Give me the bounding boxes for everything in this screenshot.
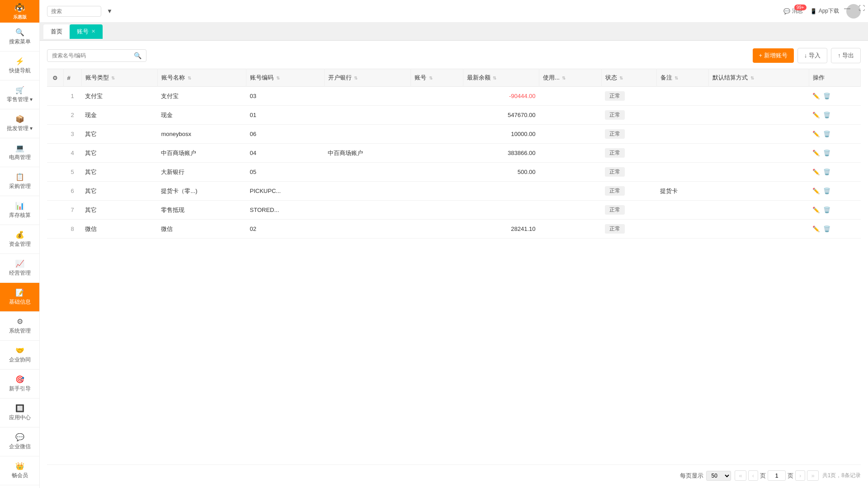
th-balance[interactable]: 最新余额 ⇅ — [463, 69, 539, 87]
topbar-search-input[interactable] — [51, 8, 87, 14]
add-account-button[interactable]: + 新增账号 — [753, 48, 794, 63]
window-controls: — ⛶ — [841, 2, 868, 14]
delete-icon[interactable]: 🗑️ — [823, 188, 830, 194]
edit-icon[interactable]: ✏️ — [812, 188, 820, 194]
delete-icon[interactable]: 🗑️ — [823, 112, 830, 118]
main-area: ▼ 💬 消息 99+ 📱 App下载 首页 账号 ✕ — ⛶ — [40, 0, 868, 488]
row-status: 正常 — [601, 201, 656, 220]
edit-icon[interactable]: ✏️ — [812, 112, 820, 118]
th-code[interactable]: 账号编码 ⇅ — [246, 69, 325, 87]
sidebar-item-企业微信[interactable]: 💬 企业微信 — [0, 427, 39, 456]
topbar-dropdown[interactable]: ▼ — [107, 8, 113, 14]
window-maximize-button[interactable]: ⛶ — [855, 2, 868, 14]
sidebar-item-搜索菜单[interactable]: 🔍 搜索菜单 — [0, 23, 39, 52]
export-button[interactable]: ↑ 导出 — [831, 48, 861, 63]
th-gear[interactable]: ⚙ — [47, 69, 63, 87]
topbar-search-box[interactable] — [47, 6, 101, 17]
delete-icon[interactable]: 🗑️ — [823, 169, 830, 175]
th-usage[interactable]: 使用... ⇅ — [539, 69, 602, 87]
sidebar-item-系统管理[interactable]: ⚙ 系统管理 — [0, 312, 39, 341]
sidebar-label: 批发管理 ▾ — [0, 125, 39, 132]
table-row: 3 其它 moneybosx 06 10000.00 正常 ✏️ 🗑️ — [47, 125, 861, 144]
row-index: 6 — [63, 182, 81, 201]
th-default-settle[interactable]: 默认结算方式 ⇅ — [709, 69, 809, 87]
row-code: 01 — [246, 106, 325, 125]
sidebar-item-基础信息[interactable]: 📝 基础信息 — [0, 283, 39, 312]
row-name: 支付宝 — [157, 87, 246, 106]
topbar-left: ▼ — [47, 6, 113, 17]
edit-icon[interactable]: ✏️ — [812, 150, 820, 156]
delete-icon[interactable]: 🗑️ — [823, 206, 830, 213]
account-search-box[interactable]: 🔍 — [47, 49, 146, 62]
th-action: 操作 — [809, 69, 860, 87]
edit-icon[interactable]: ✏️ — [812, 225, 820, 232]
first-page-button[interactable]: « — [735, 470, 746, 481]
sidebar-item-应用中心[interactable]: 🔲 应用中心 — [0, 399, 39, 427]
row-name: 大新银行 — [157, 163, 246, 182]
window-minimize-button[interactable]: — — [841, 2, 854, 14]
delete-icon[interactable]: 🗑️ — [823, 150, 830, 156]
sidebar-label: 基础信息 — [0, 298, 39, 306]
row-balance: 28241.10 — [463, 220, 539, 239]
th-type[interactable]: 账号类型 ⇅ — [81, 69, 157, 87]
edit-icon[interactable]: ✏️ — [812, 131, 820, 137]
next-page-button[interactable]: › — [795, 470, 805, 481]
tab-account[interactable]: 账号 ✕ — [70, 24, 103, 39]
sidebar-item-采购管理[interactable]: 📋 采购管理 — [0, 167, 39, 196]
row-balance: 10000.00 — [463, 125, 539, 144]
account-search-input[interactable] — [52, 52, 131, 59]
go-label: 页 — [788, 472, 793, 480]
row-index: 7 — [63, 201, 81, 220]
tab-home[interactable]: 首页 — [43, 24, 70, 39]
th-bank[interactable]: 开户银行 ⇅ — [324, 69, 411, 87]
sidebar-item-畅会员[interactable]: 👑 畅会员 — [0, 456, 39, 485]
row-balance: 500.00 — [463, 163, 539, 182]
row-default-settle — [709, 182, 809, 201]
search-icon[interactable]: 🔍 — [134, 52, 142, 59]
sidebar-item-电商管理[interactable]: 💻 电商管理 — [0, 138, 39, 167]
th-name[interactable]: 账号名称 ⇅ — [157, 69, 246, 87]
row-account — [411, 125, 463, 144]
import-button[interactable]: ↓ 导入 — [797, 48, 827, 63]
row-type: 其它 — [81, 144, 157, 163]
row-account — [411, 182, 463, 201]
sidebar-icon: 🎯 — [0, 375, 39, 384]
row-gear — [47, 163, 63, 182]
per-page-dropdown[interactable]: 50 10 20 100 — [706, 471, 731, 481]
sidebar-item-资金管理[interactable]: 💰 资金管理 — [0, 225, 39, 254]
sidebar-label: 零售管理 ▾ — [0, 96, 39, 103]
row-balance: 383866.00 — [463, 144, 539, 163]
sidebar-item-零售管理[interactable]: 🛒 零售管理 ▾ — [0, 80, 39, 109]
sidebar-item-库存核算[interactable]: 📊 库存核算 — [0, 196, 39, 225]
th-remark[interactable]: 备注 ⇅ — [656, 69, 708, 87]
edit-icon[interactable]: ✏️ — [812, 169, 820, 175]
delete-icon[interactable]: 🗑️ — [823, 93, 830, 99]
last-page-button[interactable]: » — [807, 470, 818, 481]
sidebar-item-经营管理[interactable]: 📈 经营管理 — [0, 254, 39, 283]
row-default-settle — [709, 144, 809, 163]
th-account[interactable]: 账号 ⇅ — [411, 69, 463, 87]
th-status[interactable]: 状态 ⇅ — [601, 69, 656, 87]
sidebar-item-批发管理[interactable]: 📦 批发管理 ▾ — [0, 109, 39, 138]
row-remark — [656, 87, 708, 106]
sidebar-item-新手引导[interactable]: 🎯 新手引导 — [0, 370, 39, 399]
status-badge: 正常 — [605, 224, 625, 234]
sidebar-item-企业协同[interactable]: 🤝 企业协同 — [0, 341, 39, 370]
sidebar: 🐯 乐惠版 🔍 搜索菜单⚡ 快捷导航🛒 零售管理 ▾📦 批发管理 ▾💻 电商管理… — [0, 0, 40, 488]
tab-close-icon[interactable]: ✕ — [91, 28, 95, 34]
row-remark: 提货卡 — [656, 182, 708, 201]
row-account — [411, 144, 463, 163]
page-input[interactable] — [768, 470, 786, 481]
delete-icon[interactable]: 🗑️ — [823, 131, 830, 137]
edit-icon[interactable]: ✏️ — [812, 93, 820, 99]
row-index: 4 — [63, 144, 81, 163]
sidebar-icon: 🛒 — [0, 86, 39, 94]
app-download-button[interactable]: 📱 App下载 — [810, 7, 839, 15]
sidebar-label: 企业协同 — [0, 356, 39, 364]
msg-button[interactable]: 💬 消息 99+ — [783, 7, 803, 15]
sidebar-label: 库存核算 — [0, 211, 39, 219]
edit-icon[interactable]: ✏️ — [812, 206, 820, 213]
prev-page-button[interactable]: ‹ — [748, 470, 758, 481]
sidebar-item-快捷导航[interactable]: ⚡ 快捷导航 — [0, 52, 39, 80]
delete-icon[interactable]: 🗑️ — [823, 225, 830, 232]
